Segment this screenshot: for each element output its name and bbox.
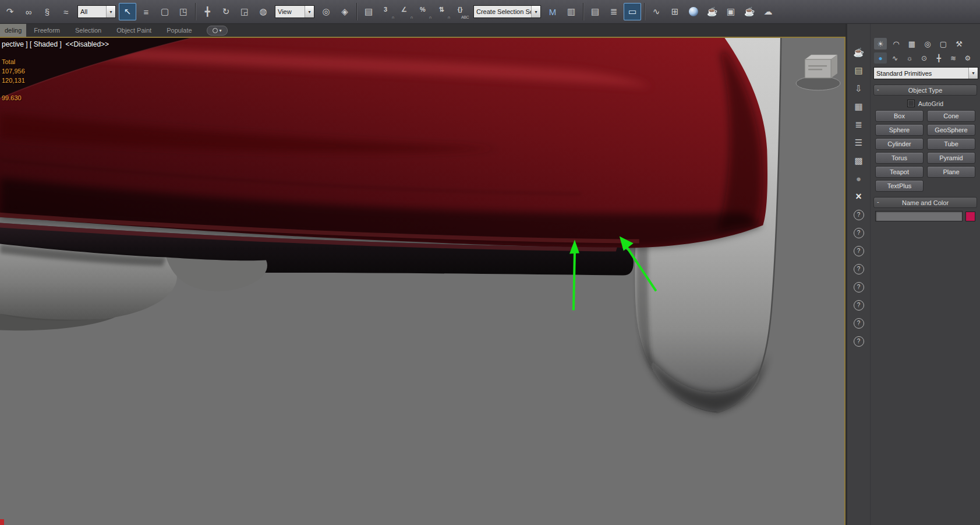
help-icon[interactable]: ? xyxy=(851,334,866,348)
use-pivot-center-icon[interactable]: ◎ xyxy=(317,3,335,20)
pin-icon[interactable]: ⇩ xyxy=(851,81,866,96)
toolbar-group-pivot: ◎◈ xyxy=(317,3,353,20)
select-and-link-icon[interactable]: ∞ xyxy=(20,3,37,20)
render-cloud-icon[interactable]: ☁ xyxy=(759,3,777,20)
viewport-statistics: Total 107,956 120,131 99.630 xyxy=(2,57,25,103)
spacewarps-subtab[interactable]: ≋ xyxy=(947,52,960,64)
spinner-snap-icon[interactable]: ⇅∩ xyxy=(434,3,452,20)
plane-button[interactable]: Plane xyxy=(927,166,975,178)
stats-verts: 120,131 xyxy=(2,76,25,85)
redo-icon[interactable]: ↷ xyxy=(1,3,19,20)
name-and-color-rollout-header[interactable]: - Name and Color xyxy=(873,197,977,208)
close-x-icon[interactable]: × xyxy=(851,189,866,204)
help-icon[interactable]: ? xyxy=(851,244,866,258)
help-icon[interactable]: ? xyxy=(851,316,866,330)
torus-button[interactable]: Torus xyxy=(875,152,924,164)
geosphere-button[interactable]: GeoSphere xyxy=(927,124,975,136)
chevron-down-icon: ▾ xyxy=(106,6,115,17)
tab-object-paint[interactable]: Object Paint xyxy=(109,24,159,37)
render-production-icon[interactable]: ☕ xyxy=(741,3,758,20)
cone-button[interactable]: Cone xyxy=(927,110,975,122)
autogrid-row: AutoGrid xyxy=(873,98,977,108)
helpers-subtab[interactable]: ╋ xyxy=(932,52,945,64)
teapot-icon[interactable]: ☕ xyxy=(851,45,866,59)
box-button[interactable]: Box xyxy=(875,110,924,122)
unlink-selection-icon[interactable]: § xyxy=(38,3,56,20)
textplus-button[interactable]: TextPlus xyxy=(875,180,924,192)
cameras-subtab[interactable]: ⊙ xyxy=(918,52,931,64)
modify-tab[interactable]: ◠ xyxy=(890,38,903,50)
sphere-button[interactable]: Sphere xyxy=(875,124,924,136)
help-icon[interactable]: ? xyxy=(851,262,866,276)
snap-3d-icon[interactable]: 3∩ xyxy=(378,3,396,20)
object-type-rollout-header[interactable]: - Object Type xyxy=(873,84,977,96)
hierarchy-tab[interactable]: ▦ xyxy=(905,38,918,50)
angle-snap-icon[interactable]: ∠∩ xyxy=(397,3,415,20)
rect-selection-region-icon[interactable]: ▢ xyxy=(156,3,174,20)
layer-explorer-icon[interactable]: ≣ xyxy=(605,3,622,20)
chevron-down-icon: ▾ xyxy=(220,28,222,33)
ribbon-minimize-button[interactable]: ▾ xyxy=(207,26,228,36)
motion-tab[interactable]: ◎ xyxy=(921,38,934,50)
checker-icon[interactable]: ▦ xyxy=(851,99,866,114)
layers-icon[interactable]: ≣ xyxy=(851,117,866,132)
pyramid-button[interactable]: Pyramid xyxy=(927,152,975,164)
material-editor-icon[interactable] xyxy=(685,3,702,20)
align-icon[interactable]: ▥ xyxy=(562,3,580,20)
schematic-view-icon[interactable]: ⊞ xyxy=(666,3,684,20)
primitive-category-value: Standard Primitives xyxy=(874,70,968,77)
select-and-manipulate-icon[interactable]: ◈ xyxy=(336,3,353,20)
teapot-button[interactable]: Teapot xyxy=(875,166,924,178)
viewport-label[interactable]: pective ] [ Shaded ] <<Disabled>> xyxy=(2,40,109,48)
car-body xyxy=(0,38,767,248)
keyboard-override-icon[interactable]: ▤ xyxy=(360,3,377,20)
rendered-frame-icon[interactable]: ▣ xyxy=(722,3,740,20)
tube-button[interactable]: Tube xyxy=(927,138,975,150)
tab-selection[interactable]: Selection xyxy=(68,24,109,37)
tab-populate[interactable]: Populate xyxy=(159,24,199,37)
select-and-move-icon[interactable]: ╋ xyxy=(199,3,216,20)
help-icon[interactable]: ? xyxy=(851,207,866,222)
stack-icon[interactable]: ☰ xyxy=(851,135,866,150)
object-type-rollout: - Object Type AutoGrid BoxConeSphereGeoS… xyxy=(873,84,977,192)
geometry-subtab[interactable]: ● xyxy=(874,52,887,64)
window-crossing-icon[interactable]: ◳ xyxy=(175,3,192,20)
create-tab[interactable]: ☀ xyxy=(874,38,887,50)
bind-to-spacewarp-icon[interactable]: ≈ xyxy=(57,3,75,20)
folder-icon[interactable]: ▤ xyxy=(851,63,866,77)
primitive-category-dropdown[interactable]: Standard Primitives ▾ xyxy=(873,67,978,79)
cylinder-button[interactable]: Cylinder xyxy=(875,138,924,150)
render-setup-icon[interactable]: ☕ xyxy=(703,3,721,20)
object-name-input[interactable] xyxy=(875,211,963,221)
grid-icon[interactable]: ▩ xyxy=(851,153,866,168)
select-and-place-icon[interactable]: ◍ xyxy=(254,3,272,20)
select-and-rotate-icon[interactable]: ↻ xyxy=(217,3,235,20)
tab-freeform[interactable]: Freeform xyxy=(26,24,68,37)
autogrid-checkbox[interactable] xyxy=(907,100,915,107)
sphere-icon[interactable]: ● xyxy=(851,171,866,186)
name-color-row xyxy=(873,211,977,221)
select-and-scale-icon[interactable]: ◲ xyxy=(236,3,253,20)
shapes-subtab[interactable]: ∿ xyxy=(889,52,901,64)
tab-modeling[interactable]: deling xyxy=(0,24,26,37)
lights-subtab[interactable]: ☼ xyxy=(903,52,916,64)
named-selection-set-dropdown[interactable]: Create Selection Se ▾ xyxy=(473,5,541,18)
help-icon[interactable]: ? xyxy=(851,298,866,312)
edit-named-selection-sets-icon[interactable]: {}ABC xyxy=(453,3,470,20)
reference-coordinate-dropdown[interactable]: View ▾ xyxy=(275,5,314,18)
mirror-icon[interactable]: M xyxy=(544,3,561,20)
scene-explorer-icon[interactable]: ▤ xyxy=(586,3,604,20)
percent-snap-icon[interactable]: %∩ xyxy=(416,3,433,20)
help-icon[interactable]: ? xyxy=(851,225,866,240)
viewport[interactable]: pective ] [ Shaded ] <<Disabled>> Total … xyxy=(0,37,845,525)
curve-editor-icon[interactable]: ∿ xyxy=(648,3,665,20)
utilities-tab[interactable]: ⚒ xyxy=(953,38,965,50)
selection-filter-dropdown[interactable]: All ▾ xyxy=(77,5,116,18)
object-color-swatch[interactable] xyxy=(965,212,975,221)
select-object-icon[interactable]: ↖ xyxy=(119,3,136,20)
display-tab[interactable]: ▢ xyxy=(937,38,950,50)
systems-subtab[interactable]: ⚙ xyxy=(961,52,974,64)
ribbon-toggle-icon[interactable]: ▭ xyxy=(624,3,641,20)
help-icon[interactable]: ? xyxy=(851,280,866,294)
select-by-name-icon[interactable]: ≡ xyxy=(137,3,155,20)
